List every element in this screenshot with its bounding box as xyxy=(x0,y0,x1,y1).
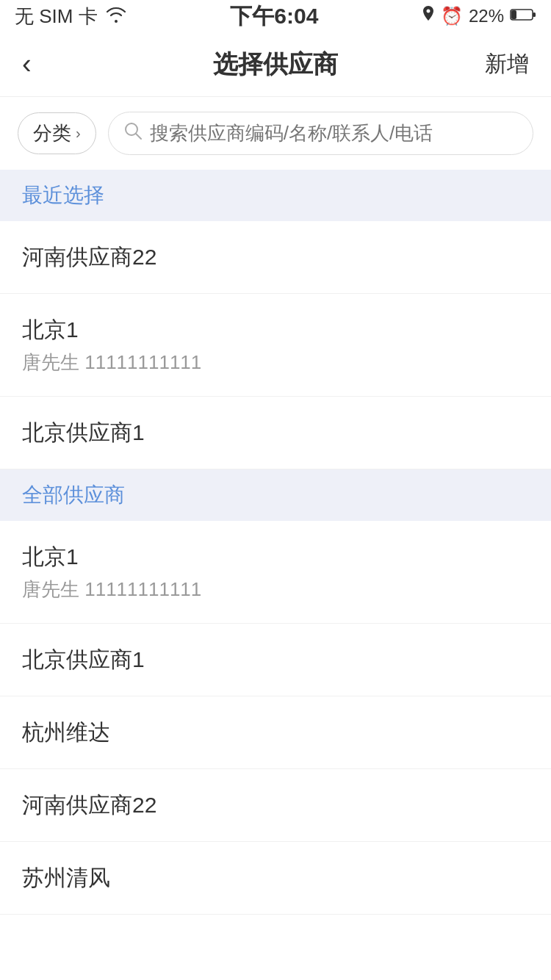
nav-bar: ‹ 选择供应商 新增 xyxy=(0,32,551,97)
status-time: 下午6:04 xyxy=(230,1,318,32)
sim-status: 无 SIM 卡 xyxy=(15,4,98,29)
category-button[interactable]: 分类 › xyxy=(18,112,96,154)
item-sub: 唐先生 11111111111 xyxy=(22,577,529,602)
svg-rect-2 xyxy=(533,12,536,17)
item-name: 苏州清风 xyxy=(22,862,529,893)
item-name: 北京1 xyxy=(22,314,529,345)
svg-rect-1 xyxy=(511,10,516,19)
add-button[interactable]: 新增 xyxy=(485,49,529,79)
search-box[interactable] xyxy=(108,112,533,155)
status-right: ⏰ 22% xyxy=(422,6,536,26)
battery-percent: 22% xyxy=(469,6,504,26)
item-name: 北京1 xyxy=(22,541,529,572)
wifi-icon xyxy=(105,5,127,28)
list-item[interactable]: 北京供应商1 xyxy=(0,624,551,696)
item-sub: 唐先生 11111111111 xyxy=(22,350,529,375)
search-icon xyxy=(123,121,143,145)
supplier-list: 最近选择河南供应商22北京1唐先生 11111111111北京供应商1全部供应商… xyxy=(0,170,551,915)
list-item[interactable]: 北京供应商1 xyxy=(0,397,551,469)
battery-icon xyxy=(510,6,536,26)
section-header-recent: 最近选择 xyxy=(0,170,551,221)
back-button[interactable]: ‹ xyxy=(22,48,66,80)
filter-bar: 分类 › xyxy=(0,97,551,170)
list-item[interactable]: 北京1唐先生 11111111111 xyxy=(0,294,551,397)
category-label: 分类 xyxy=(33,120,71,146)
item-name: 杭州维达 xyxy=(22,717,529,748)
alarm-icon: ⏰ xyxy=(441,6,463,26)
list-item[interactable]: 河南供应商22 xyxy=(0,221,551,294)
item-name: 河南供应商22 xyxy=(22,790,529,821)
location-icon xyxy=(422,6,435,26)
status-left: 无 SIM 卡 xyxy=(15,4,127,29)
list-item[interactable]: 苏州清风 xyxy=(0,842,551,915)
status-bar: 无 SIM 卡 下午6:04 ⏰ 22% xyxy=(0,0,551,32)
item-name: 北京供应商1 xyxy=(22,417,529,448)
svg-line-4 xyxy=(136,134,141,139)
chevron-right-icon: › xyxy=(76,125,81,142)
list-item[interactable]: 北京1唐先生 11111111111 xyxy=(0,521,551,624)
item-name: 河南供应商22 xyxy=(22,242,529,273)
section-header-all: 全部供应商 xyxy=(0,469,551,521)
list-item[interactable]: 杭州维达 xyxy=(0,696,551,769)
page-title: 选择供应商 xyxy=(66,48,485,82)
item-name: 北京供应商1 xyxy=(22,644,529,675)
search-input[interactable] xyxy=(150,122,518,145)
list-item[interactable]: 河南供应商22 xyxy=(0,769,551,842)
